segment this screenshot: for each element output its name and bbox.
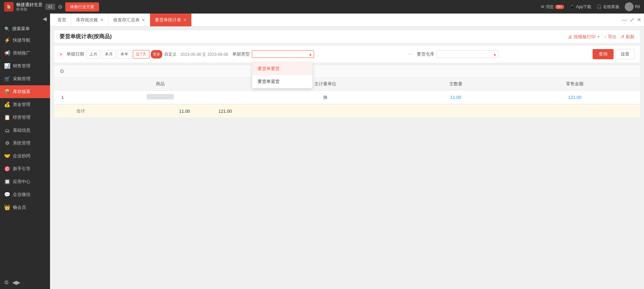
- print-action[interactable]: 🖨 按模板打印 ▼: [568, 34, 600, 40]
- table-footer: 合计 11.00 121.00: [54, 104, 640, 117]
- type-select-input[interactable]: [252, 50, 314, 58]
- sidebar-item-system[interactable]: ⚙ 系统管理: [0, 137, 50, 150]
- tab-maximize-icon[interactable]: ⤢: [630, 17, 634, 23]
- cell-quantity[interactable]: 11.00: [402, 91, 509, 104]
- footer-label: 合计: [76, 108, 164, 114]
- sales-icon: 📊: [4, 63, 10, 69]
- date-more-button[interactable]: 更多: [151, 50, 162, 59]
- dropdown-item-tuihuo[interactable]: 要货单退货: [252, 75, 312, 88]
- tab-summary[interactable]: 收发存汇总表 ✕: [109, 14, 150, 26]
- date-range-display: 2023-05-06 至 2023-06-06: [181, 51, 228, 58]
- sidebar-item-basics[interactable]: 🗂 基础信息: [0, 124, 50, 137]
- product-blurred: [147, 94, 174, 99]
- filter-expand-button[interactable]: »: [59, 51, 63, 57]
- cell-amount[interactable]: 121.00: [510, 91, 640, 104]
- trial-button[interactable]: 体验行业方案: [65, 2, 99, 12]
- tab-label: 收发存汇总表: [113, 17, 140, 23]
- tab-inventory-batch[interactable]: 库存批次账 ✕: [71, 14, 109, 26]
- table-container: ⚙ 商品 主计量单位 主数量 零售金额 1: [54, 65, 640, 117]
- sidebar-item-label: 资金管理: [13, 102, 30, 108]
- top-bar-right: ✉ 消息 99+ 📱 App下载 🎧 在线客服 Rit: [541, 2, 640, 11]
- tab-close-icon[interactable]: ✕: [183, 18, 187, 22]
- sidebar-collapse-icon[interactable]: ◀▶: [12, 279, 20, 286]
- top-bar: b 畅捷通好生意 标准版 41 ⚙ 体验行业方案 ✉ 消息 99+ 📱 App下…: [0, 0, 644, 14]
- date-filter-group: 单据日期 上月 本月 本年 近7天 更多 自定义: [67, 50, 176, 59]
- print-dropdown-icon: ▼: [597, 35, 600, 39]
- sidebar-item-label: 营销推广: [13, 50, 30, 56]
- system-icon: ⚙: [4, 140, 10, 146]
- export-action[interactable]: ↑ 导出: [604, 34, 617, 40]
- online-service-item[interactable]: 🎧 在线客服: [597, 4, 619, 10]
- table-settings-icon[interactable]: ⚙: [59, 68, 64, 74]
- tab-close-icon[interactable]: ✕: [100, 18, 103, 22]
- settings-button[interactable]: 设置: [616, 49, 635, 59]
- type-filter-group: 单据类型 ▲ 要货单要货 要货单退货: [232, 50, 314, 58]
- sidebar-item-label: 快捷导航: [13, 37, 30, 43]
- refresh-action[interactable]: ↺ 刷新: [621, 34, 635, 40]
- type-select-wrapper: ▲ 要货单要货 要货单退货: [252, 50, 314, 58]
- messages-label: 消息: [546, 4, 554, 10]
- filter-dots[interactable]: ···: [408, 51, 412, 57]
- date-custom[interactable]: 自定义: [164, 51, 176, 57]
- sidebar-item-label: 销售管理: [13, 63, 30, 69]
- dropdown-item-yaohuo[interactable]: 要货单要货: [252, 62, 312, 75]
- warehouse-filter-label: 要货仓库: [417, 51, 434, 57]
- filter-bar: » 单据日期 上月 本月 本年 近7天 更多 自定义 2023-05-06 至 …: [54, 46, 640, 63]
- page-title: 要货单统计表(按商品): [59, 33, 112, 40]
- messages-icon: ✉: [541, 4, 544, 9]
- date-last-month[interactable]: 上月: [86, 50, 100, 59]
- main-table: 商品 主计量单位 主数量 零售金额 1 块: [54, 77, 640, 104]
- tab-home-label: 首页: [57, 17, 66, 23]
- query-button[interactable]: 查询: [593, 49, 614, 59]
- tab-minimize-icon[interactable]: —: [622, 17, 627, 23]
- page-actions: 🖨 按模板打印 ▼ ↑ 导出 ↺ 刷新: [568, 34, 635, 40]
- app-download-item[interactable]: 📱 App下载: [570, 4, 591, 10]
- sidebar-item-marketing[interactable]: 📢 营销推广: [0, 47, 50, 60]
- export-icon: ↑: [604, 34, 607, 39]
- tab-requisition[interactable]: 要货单统计表 ✕: [150, 14, 192, 26]
- sidebar-item-label: 采购管理: [13, 76, 30, 82]
- sidebar-item-sales[interactable]: 📊 销售管理: [0, 60, 50, 72]
- sidebar-item-apps[interactable]: 🔲 应用中心: [0, 175, 50, 188]
- tab-bar-close-icon[interactable]: ✕: [637, 17, 641, 23]
- search-icon: 🔍: [4, 26, 10, 32]
- page-header: 要货单统计表(按商品) 🖨 按模板打印 ▼ ↑ 导出 ↺ 刷新: [54, 30, 640, 43]
- app-name: 畅捷通好生意: [16, 2, 43, 7]
- warehouse-select-input[interactable]: [436, 50, 499, 58]
- member-icon: 👑: [4, 204, 10, 210]
- sidebar-item-label: 新手引导: [13, 166, 30, 172]
- sidebar-item-business[interactable]: 📋 经营管理: [0, 111, 50, 124]
- top-settings-icon[interactable]: ⚙: [58, 4, 63, 10]
- tab-label: 库存批次账: [76, 17, 98, 23]
- sidebar-item-purchase[interactable]: 🛒 采购管理: [0, 72, 50, 85]
- sidebar-item-label: 畅会员: [13, 204, 26, 210]
- footer-quantity: 11.00: [164, 109, 205, 114]
- date-last-7-days[interactable]: 近7天: [133, 50, 149, 59]
- wechat-icon: 💬: [4, 192, 10, 198]
- user-item[interactable]: Rit: [625, 2, 640, 11]
- sidebar-item-finance[interactable]: 💰 资金管理: [0, 98, 50, 111]
- sidebar-item-quick-nav[interactable]: ⚡ 快捷导航: [0, 34, 50, 47]
- online-service-label: 在线客服: [603, 4, 619, 10]
- sidebar-settings-icon[interactable]: ⚙: [4, 279, 9, 286]
- sidebar-item-guide[interactable]: 🎯 新手引导: [0, 162, 50, 175]
- sidebar-item-wechat[interactable]: 💬 企业微信: [0, 188, 50, 201]
- sidebar-toggle[interactable]: ◀: [0, 14, 50, 24]
- sidebar-item-enterprise[interactable]: 🤝 企业协同: [0, 150, 50, 162]
- messages-item[interactable]: ✉ 消息 99+: [541, 4, 564, 10]
- date-this-month[interactable]: 本月: [102, 50, 116, 59]
- download-icon: 📱: [570, 4, 575, 9]
- th-product: 商品: [71, 77, 249, 91]
- sidebar-item-inventory[interactable]: 📦 库存核算: [0, 85, 50, 98]
- tab-home[interactable]: 首页: [53, 14, 71, 26]
- sidebar: ◀ 🔍 搜索菜单 ⚡ 快捷导航 📢 营销推广 📊 销售管理 🛒 采购管理 📦 库…: [0, 14, 50, 289]
- date-this-year[interactable]: 本年: [117, 50, 132, 59]
- sidebar-search[interactable]: 🔍 搜索菜单: [0, 24, 50, 34]
- sidebar-item-label: 系统管理: [13, 140, 30, 146]
- app-sub-name: 标准版: [16, 7, 43, 12]
- date-buttons: 上月 本月 本年 近7天 更多: [86, 50, 162, 59]
- app-download-label: App下载: [576, 4, 591, 10]
- warehouse-filter-group: 要货仓库: [417, 50, 499, 58]
- tab-close-icon[interactable]: ✕: [142, 18, 145, 22]
- sidebar-item-member[interactable]: 👑 畅会员: [0, 201, 50, 214]
